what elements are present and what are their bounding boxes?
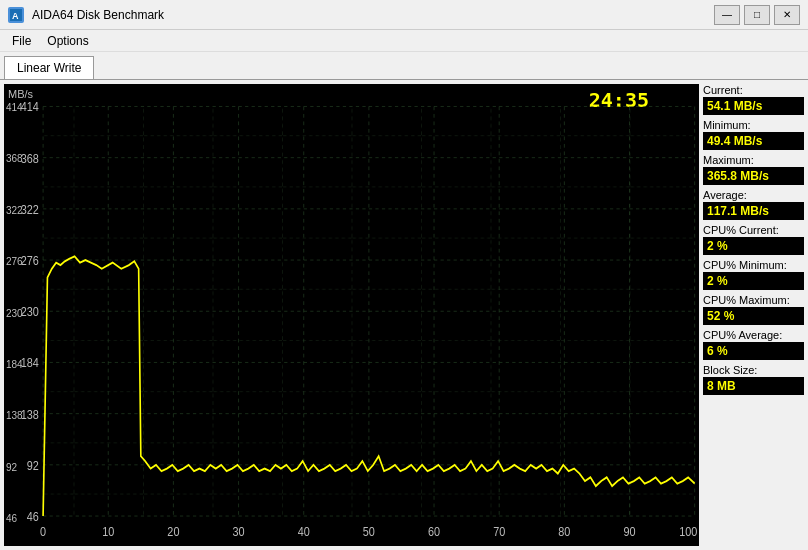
svg-text:A: A <box>12 11 19 21</box>
maximum-label: Maximum: <box>703 154 804 166</box>
stat-current: Current: 54.1 MB/s <box>703 84 804 115</box>
menu-options[interactable]: Options <box>39 32 96 50</box>
cpu-current-label: CPU% Current: <box>703 224 804 236</box>
close-button[interactable]: ✕ <box>774 5 800 25</box>
svg-text:0: 0 <box>40 524 46 538</box>
stat-cpu-maximum: CPU% Maximum: 52 % <box>703 294 804 325</box>
stat-cpu-current: CPU% Current: 2 % <box>703 224 804 255</box>
svg-text:40: 40 <box>298 524 311 538</box>
maximize-button[interactable]: □ <box>744 5 770 25</box>
svg-text:322: 322 <box>21 202 39 216</box>
cpu-average-value: 6 % <box>703 342 804 360</box>
menu-bar: File Options <box>0 30 808 52</box>
average-value: 117.1 MB/s <box>703 202 804 220</box>
tab-area: Linear Write <box>0 52 808 80</box>
svg-text:70: 70 <box>493 524 506 538</box>
app-icon: A <box>8 7 24 23</box>
cpu-current-value: 2 % <box>703 237 804 255</box>
svg-text:80: 80 <box>558 524 571 538</box>
main-content: MB/s 24:35 414 368 322 276 230 184 138 9… <box>0 80 808 550</box>
minimum-label: Minimum: <box>703 119 804 131</box>
svg-text:276: 276 <box>21 253 39 267</box>
svg-text:46: 46 <box>27 509 39 523</box>
svg-text:368: 368 <box>21 151 39 165</box>
stat-cpu-minimum: CPU% Minimum: 2 % <box>703 259 804 290</box>
cpu-maximum-label: CPU% Maximum: <box>703 294 804 306</box>
stats-panel: Current: 54.1 MB/s Minimum: 49.4 MB/s Ma… <box>703 80 808 550</box>
cpu-minimum-value: 2 % <box>703 272 804 290</box>
current-label: Current: <box>703 84 804 96</box>
svg-text:92: 92 <box>27 458 39 472</box>
stat-minimum: Minimum: 49.4 MB/s <box>703 119 804 150</box>
svg-text:414: 414 <box>21 100 40 114</box>
maximum-value: 365.8 MB/s <box>703 167 804 185</box>
svg-text:100 %: 100 % <box>679 524 699 538</box>
svg-text:60: 60 <box>428 524 441 538</box>
tab-linear-write[interactable]: Linear Write <box>4 56 94 79</box>
minimize-button[interactable]: — <box>714 5 740 25</box>
svg-text:50: 50 <box>363 524 376 538</box>
stat-cpu-average: CPU% Average: 6 % <box>703 329 804 360</box>
svg-text:230: 230 <box>21 305 40 319</box>
block-size-label: Block Size: <box>703 364 804 376</box>
svg-text:20: 20 <box>167 524 180 538</box>
window-title: AIDA64 Disk Benchmark <box>32 8 164 22</box>
average-label: Average: <box>703 189 804 201</box>
minimum-value: 49.4 MB/s <box>703 132 804 150</box>
chart-area: MB/s 24:35 414 368 322 276 230 184 138 9… <box>4 84 699 546</box>
stat-block-size: Block Size: 8 MB <box>703 364 804 395</box>
svg-text:30: 30 <box>233 524 246 538</box>
chart-svg: 0 10 20 30 40 50 60 70 80 90 100 % 414 3… <box>4 84 699 546</box>
title-bar: A AIDA64 Disk Benchmark — □ ✕ <box>0 0 808 30</box>
cpu-minimum-label: CPU% Minimum: <box>703 259 804 271</box>
svg-text:138: 138 <box>21 407 39 421</box>
current-value: 54.1 MB/s <box>703 97 804 115</box>
menu-file[interactable]: File <box>4 32 39 50</box>
svg-text:90: 90 <box>623 524 636 538</box>
block-size-value: 8 MB <box>703 377 804 395</box>
cpu-maximum-value: 52 % <box>703 307 804 325</box>
stat-maximum: Maximum: 365.8 MB/s <box>703 154 804 185</box>
cpu-average-label: CPU% Average: <box>703 329 804 341</box>
stat-average: Average: 117.1 MB/s <box>703 189 804 220</box>
svg-text:184: 184 <box>21 356 40 370</box>
svg-text:10: 10 <box>102 524 115 538</box>
